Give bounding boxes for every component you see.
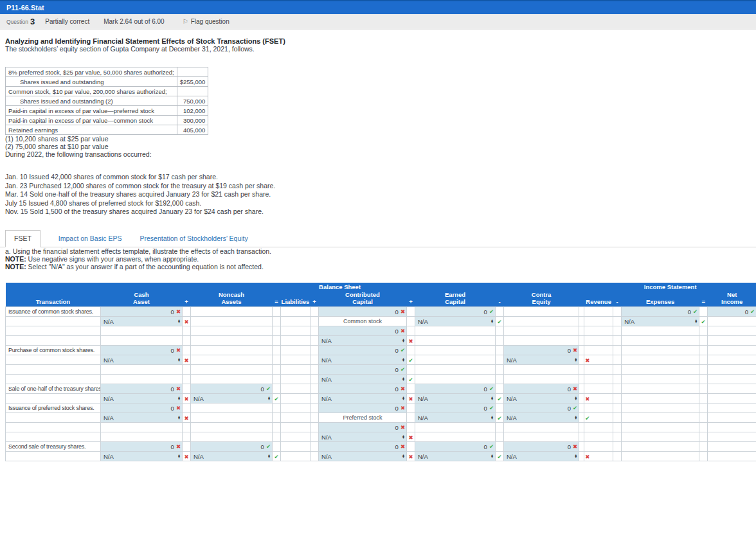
amount-input[interactable]: 0 [395, 386, 399, 393]
grade-mark-cell [310, 423, 319, 432]
grade-mark-cell [183, 442, 191, 452]
amount-input[interactable]: 0 [395, 424, 399, 431]
flag-icon: ⚐ [183, 18, 188, 25]
amount-input[interactable]: 0 [261, 443, 264, 450]
amount-input[interactable]: 0 [568, 347, 571, 354]
account-select[interactable]: N/A▴▾ [319, 432, 406, 441]
transaction-list: Jan. 10 Issued 42,000 shares of common s… [5, 173, 756, 217]
account-select[interactable]: N/A▴▾ [415, 452, 495, 461]
incorrect-mark-icon: ✖ [401, 405, 405, 411]
amount-input[interactable]: 0 [171, 347, 174, 354]
amount-input[interactable]: 0 [745, 308, 748, 315]
amount-input[interactable]: 0 [568, 405, 571, 412]
account-select[interactable]: N/A▴▾ [319, 355, 406, 364]
grade-mark-cell: ✖ [407, 394, 415, 404]
amount-input[interactable]: 0 [395, 308, 399, 315]
account-select[interactable]: N/A▴▾ [319, 452, 406, 461]
grade-mark-cell [273, 404, 281, 413]
tab-impact-on-basic-eps[interactable]: Impact on Basic EPS [59, 230, 122, 247]
problem-title: Analyzing and Identifying Financial Stat… [5, 37, 756, 45]
incorrect-mark-icon: ✖ [401, 386, 405, 392]
equity-row-value [177, 67, 208, 77]
grade-mark-cell [273, 375, 281, 384]
account-select[interactable]: N/A▴▾ [101, 355, 182, 364]
grade-mark-cell [183, 404, 191, 413]
account-select-value: N/A [418, 453, 428, 460]
correct-mark-icon: ✔ [497, 454, 501, 460]
amount-input[interactable]: 0 [171, 308, 174, 315]
amount-input[interactable]: 0 [261, 386, 264, 393]
amount-input[interactable]: 0 [395, 328, 399, 335]
account-select-value: N/A [194, 395, 204, 402]
account-select[interactable]: N/A▴▾ [319, 336, 406, 345]
amount-input[interactable]: 0 [568, 443, 571, 450]
equity-row-value [177, 87, 208, 96]
account-select[interactable]: N/A▴▾ [415, 394, 495, 403]
amount-input[interactable]: 0 [568, 386, 571, 393]
equity-row-label: Paid-in capital in excess of par value—c… [6, 116, 177, 125]
operator-plus: + [407, 291, 415, 307]
account-select[interactable]: N/A▴▾ [319, 375, 406, 384]
operator-plus: + [183, 291, 191, 307]
correct-mark-icon: ✔ [266, 386, 271, 392]
select-spinner-icon: ▴▾ [575, 396, 577, 401]
account-select[interactable]: N/A▴▾ [504, 394, 579, 403]
account-select[interactable]: N/A▴▾ [504, 413, 579, 422]
amount-input[interactable]: 0 [395, 443, 399, 450]
grade-mark-cell [613, 384, 622, 394]
account-select-value: N/A [321, 376, 332, 383]
tab-presentation-of-stockholders-equity[interactable]: Presentation of Stockholders’ Equity [140, 230, 248, 247]
amount-input[interactable]: 0 [484, 443, 487, 450]
amount-input[interactable]: 0 [395, 366, 399, 373]
grade-mark-cell [183, 375, 191, 384]
section-divider [579, 413, 584, 423]
amount-input[interactable]: 0 [484, 386, 487, 393]
incorrect-mark-icon: ✖ [176, 309, 181, 315]
problem-intro: The stockholders’ equity section of Gupt… [5, 45, 756, 53]
amount-input[interactable]: 0 [395, 347, 399, 354]
account-select[interactable]: N/A▴▾ [191, 452, 272, 461]
account-select[interactable]: N/A▴▾ [319, 394, 406, 403]
grade-mark-cell [613, 442, 622, 452]
incorrect-mark-icon: ✖ [184, 319, 188, 325]
tab-fset[interactable]: FSET [5, 230, 40, 247]
section-divider [579, 307, 584, 317]
select-spinner-icon: ▴▾ [268, 454, 270, 459]
account-select[interactable]: N/A▴▾ [101, 413, 182, 422]
flag-question-button[interactable]: ⚐ Flag question [183, 18, 230, 25]
incorrect-mark-icon: ✖ [573, 386, 577, 392]
correct-mark-icon: ✔ [274, 454, 278, 460]
correct-mark-icon: ✔ [274, 396, 278, 402]
section-divider [579, 326, 584, 336]
fset-transaction-label [6, 326, 101, 336]
fset-transaction-label [6, 432, 101, 442]
account-select[interactable]: N/A▴▾ [101, 317, 182, 326]
account-select[interactable]: N/A▴▾ [504, 355, 579, 364]
amount-input[interactable]: 0 [688, 308, 691, 315]
section-divider [579, 346, 584, 355]
select-spinner-icon: ▴▾ [178, 319, 180, 324]
account-select[interactable]: N/A▴▾ [101, 452, 182, 461]
amount-input[interactable]: 0 [484, 308, 487, 315]
amount-input[interactable]: 0 [171, 386, 174, 393]
account-select[interactable]: N/A▴▾ [504, 452, 579, 461]
account-select[interactable]: N/A▴▾ [415, 317, 495, 326]
account-select[interactable]: N/A▴▾ [191, 394, 272, 403]
incorrect-mark-icon: ✖ [184, 396, 188, 402]
amount-input[interactable]: 0 [171, 443, 174, 450]
equity-row-value: 300,000 [177, 116, 208, 125]
amount-input[interactable]: 0 [171, 405, 174, 412]
amount-input[interactable]: 0 [395, 405, 399, 412]
account-select-value: N/A [104, 357, 114, 364]
fset-row: Second sale of treasury shares.0✖0✔0✖0✔0… [6, 442, 756, 452]
account-select[interactable]: N/A▴▾ [622, 317, 699, 326]
amount-input[interactable]: 0 [484, 405, 487, 412]
equity-row-value: 405,000 [177, 125, 208, 135]
account-select[interactable]: N/A▴▾ [415, 413, 495, 422]
select-spinner-icon: ▴▾ [178, 416, 180, 420]
grade-mark-cell [273, 365, 281, 375]
grade-mark-cell [273, 413, 281, 423]
incorrect-mark-icon: ✖ [585, 358, 590, 364]
section-divider [579, 404, 584, 413]
account-select[interactable]: N/A▴▾ [101, 394, 182, 403]
